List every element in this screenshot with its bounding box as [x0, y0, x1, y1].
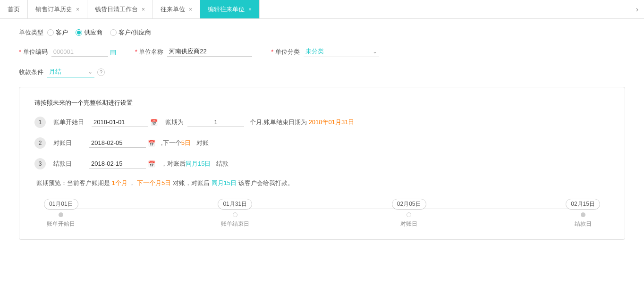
payment-terms-value: 月结 — [49, 68, 88, 76]
row-2-prefix: ,下一个 — [161, 139, 181, 147]
tab-sales-history[interactable]: 销售订单历史 × — [28, 0, 87, 18]
radio-supplier[interactable]: 供应商 — [76, 28, 102, 37]
content-area: 单位类型 客户 供应商 客户/供应商 单位编码 ▤ 单位名称 — [0, 19, 644, 287]
preview-text: 账期预览：当前客户账期是 1个月 ， 下一个月5日 对账，对账后 同月15日 该… — [34, 179, 610, 187]
preview-suffix: 该客户会给我打款。 — [238, 179, 294, 186]
tab-partners[interactable]: 往来单位 × — [153, 0, 200, 18]
tabs-bar: 首页 销售订单历史 × 钱货日清工作台 × 往来单位 × 编辑往来单位 × › — [0, 0, 644, 19]
preview-part2: 下一个月5日 — [137, 179, 171, 186]
timeline: 01月01日 账单开始日 01月31日 账单结束日 02月05日 — [34, 199, 610, 228]
row-2-suffix: 对账 — [196, 139, 209, 147]
unit-fields-row: 单位编码 ▤ 单位名称 单位分类 未分类 ⌄ — [19, 46, 625, 57]
row-3-prefix: ，对账后 — [161, 160, 186, 168]
setting-row-1: 1 账单开始日 📅 账期为 个月,账单结束日期为 2018年01月31日 — [34, 117, 610, 128]
month-input[interactable] — [187, 118, 244, 127]
timeline-badge-4: 02月15日 — [566, 199, 600, 210]
timeline-dot-4 — [581, 212, 585, 217]
preview-prefix: 账期预览：当前客户账期是 — [36, 179, 110, 186]
timeline-sub-2: 账单结束日 — [221, 220, 249, 228]
tab-edit-partner-close[interactable]: × — [248, 6, 252, 13]
tab-partners-label: 往来单位 — [161, 5, 185, 14]
reconcile-date-input[interactable] — [89, 138, 146, 148]
timeline-point-1: 01月01日 账单开始日 — [44, 199, 78, 228]
tab-home[interactable]: 首页 — [0, 0, 28, 18]
timeline-dot-3 — [407, 212, 411, 217]
timeline-dot-1 — [59, 212, 63, 217]
setting-row-2: 2 对账日 📅 ,下一个 5日 对账 — [34, 137, 610, 149]
timeline-sub-4: 结款日 — [575, 220, 592, 228]
payment-terms-select[interactable]: 月结 ⌄ — [47, 67, 94, 77]
row-3-highlight: 同月15日 — [186, 160, 211, 168]
radio-supplier-label: 供应商 — [84, 28, 102, 37]
radio-customer[interactable]: 客户 — [47, 28, 68, 37]
timeline-line — [53, 209, 591, 209]
row-1-mid-label: 账期为 — [165, 118, 184, 127]
unit-type-radio-group: 客户 供应商 客户/供应商 — [47, 28, 151, 37]
reconcile-date-calendar-icon[interactable]: 📅 — [148, 140, 155, 147]
timeline-point-2: 01月31日 账单结束日 — [218, 199, 252, 228]
unit-category-select[interactable]: 未分类 ⌄ — [304, 46, 379, 57]
tab-cash-reconcile-close[interactable]: × — [142, 6, 145, 13]
unit-category-group: 单位分类 未分类 ⌄ — [271, 46, 379, 57]
row-num-1: 1 — [34, 117, 46, 128]
radio-both-circle — [110, 29, 117, 36]
tab-more-button[interactable]: › — [630, 5, 644, 14]
timeline-dot-2 — [233, 212, 237, 217]
payment-terms-label: 收款条件 — [19, 68, 43, 76]
timeline-badge-2: 01月31日 — [218, 199, 252, 210]
preview-part3: 同月15日 — [212, 179, 237, 186]
unit-name-label: 单位名称 — [135, 48, 164, 56]
unit-category-arrow-icon: ⌄ — [373, 48, 377, 55]
tab-cash-reconcile[interactable]: 钱货日清工作台 × — [87, 0, 153, 18]
row-label-2: 对账日 — [53, 139, 82, 147]
tab-home-label: 首页 — [8, 5, 20, 14]
unit-type-row: 单位类型 客户 供应商 客户/供应商 — [19, 28, 625, 37]
unit-type-label: 单位类型 — [19, 28, 43, 37]
row-1-desc: 个月,账单结束日期为 — [250, 118, 307, 127]
preview-comma: ， — [129, 179, 135, 186]
payment-date-input[interactable] — [89, 159, 146, 169]
tab-cash-reconcile-label: 钱货日清工作台 — [95, 5, 138, 14]
row-num-3: 3 — [34, 158, 46, 169]
timeline-badge-1: 01月01日 — [44, 199, 78, 210]
unit-code-icon[interactable]: ▤ — [110, 48, 116, 56]
help-icon[interactable]: ? — [97, 68, 105, 76]
row-1-end-date: 2018年01月31日 — [309, 118, 355, 127]
radio-both[interactable]: 客户/供应商 — [110, 28, 151, 37]
start-date-input[interactable] — [92, 118, 148, 127]
unit-code-group: 单位编码 ▤ — [19, 47, 116, 57]
unit-name-input[interactable] — [167, 47, 252, 57]
payment-terms-row: 收款条件 月结 ⌄ ? — [19, 67, 625, 77]
settings-box: 请按照未来的一个完整帐期进行设置 1 账单开始日 📅 账期为 个月,账单结束日期… — [19, 87, 625, 240]
unit-category-label: 单位分类 — [271, 48, 300, 56]
timeline-badge-3: 02月05日 — [392, 199, 426, 210]
payment-date-calendar-icon[interactable]: 📅 — [148, 160, 155, 168]
radio-customer-label: 客户 — [56, 28, 68, 37]
row-label-1: 账单开始日 — [53, 118, 84, 127]
unit-code-label: 单位编码 — [19, 48, 48, 56]
row-num-2: 2 — [34, 137, 46, 149]
unit-code-input[interactable] — [51, 47, 108, 57]
timeline-sub-3: 对账日 — [400, 220, 417, 228]
tab-sales-history-close[interactable]: × — [76, 6, 79, 13]
unit-category-value: 未分类 — [305, 47, 373, 56]
setting-row-3: 3 结款日 📅 ，对账后 同月15日 结款 — [34, 158, 610, 169]
radio-supplier-circle — [76, 29, 82, 36]
preview-part1: 1个月 — [112, 179, 127, 186]
tab-edit-partner-label: 编辑往来单位 — [208, 5, 245, 14]
timeline-point-3: 02月05日 对账日 — [392, 199, 426, 228]
tab-sales-history-label: 销售订单历史 — [35, 5, 72, 14]
start-date-calendar-icon[interactable]: 📅 — [150, 119, 158, 126]
payment-terms-arrow-icon: ⌄ — [88, 68, 93, 75]
timeline-points: 01月01日 账单开始日 01月31日 账单结束日 02月05日 — [44, 199, 600, 228]
settings-box-title: 请按照未来的一个完整帐期进行设置 — [34, 99, 610, 107]
preview-mid: 对账，对账后 — [173, 179, 210, 186]
radio-both-label: 客户/供应商 — [119, 28, 151, 37]
row-2-highlight: 5日 — [181, 139, 191, 147]
radio-customer-circle — [47, 29, 54, 36]
timeline-point-4: 02月15日 结款日 — [566, 199, 600, 228]
tab-partners-close[interactable]: × — [189, 6, 192, 13]
tab-edit-partner[interactable]: 编辑往来单位 × — [200, 0, 260, 18]
row-3-suffix: 结款 — [216, 160, 229, 168]
timeline-sub-1: 账单开始日 — [47, 220, 75, 228]
